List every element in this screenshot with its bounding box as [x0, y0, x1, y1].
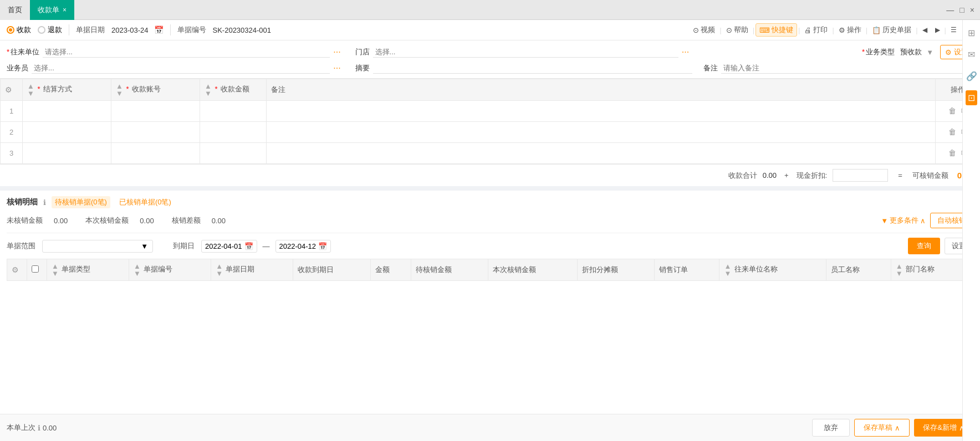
toolbar-right: ⊙ 视频 | ⊙ 帮助 | ⌨ 快捷键 | 🖨 打印 | ⚙ 操作 — [690, 23, 973, 37]
store-more-icon[interactable]: ··· — [678, 47, 692, 57]
amount-3[interactable] — [200, 143, 267, 164]
window-controls: — □ × — [946, 6, 980, 14]
discount-label: 现金折扣: — [797, 171, 828, 181]
vcol-current-header: 本次核销金额 — [488, 259, 577, 281]
range-select[interactable]: ▼ — [42, 240, 153, 253]
summary-row: 收款合计 0.00 + 现金折扣: = 可核销金额 0.00 — [0, 164, 980, 186]
date-dash: — — [261, 242, 272, 250]
maximize-btn[interactable]: □ — [959, 6, 964, 14]
close-btn[interactable]: × — [970, 6, 974, 14]
store-field: 门店 ··· — [355, 47, 693, 58]
sidebar-table-icon[interactable]: ⊞ — [966, 25, 977, 40]
radio-refund[interactable]: 退款 — [38, 25, 62, 35]
col-account-header: ▲▼ * 收款账号 — [111, 79, 200, 101]
nav-next-btn[interactable]: ▶ — [932, 25, 943, 35]
settle-1[interactable] — [23, 101, 111, 122]
save-draft-button[interactable]: 保存草稿 ∧ — [854, 419, 910, 437]
staff-more-icon[interactable]: ··· — [330, 63, 344, 73]
list-view-btn[interactable]: ☰ — [947, 25, 960, 35]
cal-to-icon: 📅 — [318, 242, 327, 250]
delete-icon-2[interactable]: 🗑 — [948, 127, 956, 136]
select-all-checkbox[interactable] — [32, 265, 39, 273]
amount-2[interactable] — [200, 122, 267, 143]
row-num-1: 1 — [1, 101, 23, 122]
help-btn[interactable]: ⊙ 帮助 — [723, 24, 752, 36]
remark-1[interactable] — [267, 101, 936, 122]
tab-close-icon[interactable]: × — [63, 6, 67, 14]
chevron-up-icon: ∧ — [895, 424, 900, 432]
help-icon: ⊙ — [726, 26, 732, 34]
sidebar-attach-icon[interactable]: 🔗 — [964, 69, 979, 84]
summary-input[interactable] — [373, 63, 693, 74]
vcol-gear: ⚙ — [7, 259, 27, 281]
tab-home[interactable]: 首页 — [0, 0, 30, 20]
business-type-arrow[interactable]: ▼ — [926, 48, 933, 57]
amount-1[interactable] — [200, 101, 267, 122]
counterpart-field: *往来单位 ··· — [7, 47, 344, 58]
nav-prev-btn[interactable]: ◀ — [919, 25, 931, 35]
discard-button[interactable]: 放弃 — [812, 419, 850, 437]
radio-group: 收款 退款 — [7, 25, 62, 35]
toolbar: 收款 退款 单据日期 2023-03-24 📅 单据编号 SK-20230324… — [0, 20, 980, 40]
plus-sign: + — [782, 171, 791, 180]
vcol-discount-header: 折扣分摊额 — [578, 259, 655, 281]
discount-input[interactable] — [833, 169, 888, 182]
print-btn[interactable]: 🖨 打印 — [801, 24, 831, 36]
staff-input[interactable] — [32, 63, 330, 74]
date-to-field[interactable]: 2022-04-12 📅 — [275, 240, 331, 253]
delete-icon-1[interactable]: 🗑 — [948, 106, 956, 115]
store-input[interactable] — [373, 47, 678, 58]
summary-field: 摘要 — [355, 63, 693, 74]
table-gear-icon[interactable]: ⚙ — [5, 85, 12, 94]
table-row: 1 🗑 ⧉ — [1, 101, 980, 122]
minimize-btn[interactable]: — — [946, 6, 954, 14]
remark-3[interactable] — [267, 143, 936, 164]
account-3[interactable] — [111, 143, 200, 164]
prev-next-label: 本单上次 — [7, 423, 35, 433]
more-filter-btn[interactable]: ▼ 更多条件 ∧ — [881, 216, 926, 225]
verify-gear-icon[interactable]: ⚙ — [12, 265, 19, 274]
vcol-check — [27, 259, 47, 281]
video-btn[interactable]: ⊙ 视频 — [690, 24, 718, 36]
range-field: 单据范围 ▼ — [7, 240, 153, 253]
history-btn[interactable]: 📋 历史单据 — [869, 24, 915, 36]
date-from-field[interactable]: 2022-04-01 📅 — [201, 240, 257, 253]
diff-label: 核销差额 — [172, 216, 201, 225]
delete-icon-3[interactable]: 🗑 — [948, 148, 956, 157]
account-1[interactable] — [111, 101, 200, 122]
remark-2[interactable] — [267, 122, 936, 143]
account-2[interactable] — [111, 122, 200, 143]
shortcut-btn[interactable]: ⌨ 快捷键 — [756, 23, 797, 37]
main-table: ⚙ ▲▼ * 结算方式 ▲▼ * 收款账号 ▲▼ * — [0, 79, 980, 164]
tab-receipt[interactable]: 收款单 × — [30, 0, 74, 20]
settle-2[interactable] — [23, 122, 111, 143]
remark-input[interactable] — [721, 63, 973, 74]
form-row-2: 业务员 ··· 摘要 备注 — [7, 63, 973, 74]
filter-icon: ▼ — [881, 217, 888, 225]
radio-refund-dot — [38, 26, 45, 34]
verify-header-row: ⚙ ▲▼ 单据类型 ▲▼ 单据编号 — [7, 259, 973, 281]
verify-info-icon[interactable]: ℹ — [43, 198, 46, 207]
calendar-icon[interactable]: 📅 — [154, 25, 164, 34]
done-tab[interactable]: 已核销单据(0笔) — [116, 196, 175, 208]
cal-from-icon: 📅 — [244, 242, 253, 250]
summary-label: 摘要 — [355, 63, 370, 73]
remark-field: 备注 — [703, 63, 973, 74]
vcol-number-header: ▲▼ 单据编号 — [129, 259, 211, 281]
query-button[interactable]: 查询 — [908, 238, 940, 254]
business-type-field: *业务类型 预收款 ▼ ⚙ 设置 — [703, 45, 973, 59]
radio-collect[interactable]: 收款 — [7, 25, 31, 35]
vcol-amount-header: 金额 — [370, 259, 411, 281]
settle-3[interactable] — [23, 143, 111, 164]
business-type-label: *业务类型 — [862, 47, 895, 57]
counterpart-more-icon[interactable]: ··· — [330, 47, 344, 57]
pending-tab[interactable]: 待核销单据(0笔) — [52, 196, 110, 208]
counterpart-input[interactable] — [43, 47, 330, 58]
sidebar-email-icon[interactable]: ✉ — [966, 47, 977, 62]
action-btn[interactable]: ⚙ 操作 — [835, 24, 865, 36]
sidebar-scan-icon[interactable]: ⊡ — [966, 90, 977, 105]
footer-info: 本单上次 ℹ 0.00 — [7, 423, 57, 433]
main-content: 收款 退款 单据日期 2023-03-24 📅 单据编号 SK-20230324… — [0, 20, 980, 441]
separator-2 — [170, 24, 171, 35]
number-value: SK-20230324-001 — [213, 26, 272, 34]
